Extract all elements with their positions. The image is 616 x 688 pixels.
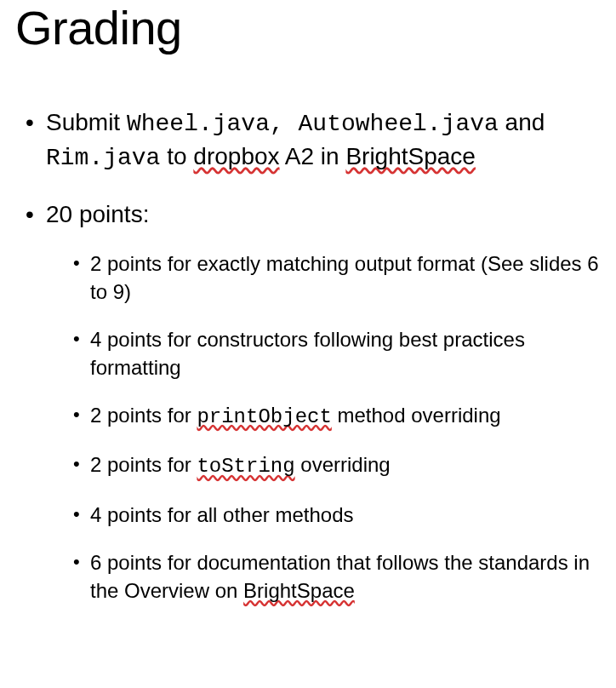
grading-list: Submit Wheel.java, Autowheel.java and Ri… — [15, 106, 601, 605]
list-item: 4 points for all other methods — [77, 502, 601, 529]
list-item: Submit Wheel.java, Autowheel.java and Ri… — [31, 106, 601, 175]
text: and — [499, 109, 545, 135]
list-item: 4 points for constructors following best… — [77, 326, 601, 381]
code-filename: Wheel.java, Autowheel.java — [127, 111, 499, 137]
text: 20 points: — [46, 201, 149, 227]
text: method overriding — [332, 404, 501, 427]
code-method: printObject — [197, 405, 331, 428]
text: Submit — [46, 109, 127, 135]
text: 4 points for constructors following best… — [90, 328, 525, 378]
list-item: 6 points for documentation that follows … — [77, 549, 601, 605]
text: A2 in — [280, 143, 346, 169]
spellcheck-word: BrightSpace — [345, 143, 476, 169]
text: 2 points for — [90, 404, 197, 427]
spellcheck-word: dropbox — [193, 143, 279, 169]
list-item: 2 points for exactly matching output for… — [77, 250, 601, 306]
points-breakdown-list: 2 points for exactly matching output for… — [46, 250, 601, 605]
text: 2 points for exactly matching output for… — [90, 252, 599, 302]
code-filename: Rim.java — [46, 145, 160, 171]
page-title: Grading — [15, 0, 601, 55]
text: overriding — [295, 453, 391, 476]
list-item: 2 points for toString overriding — [77, 451, 601, 480]
text: to — [160, 143, 193, 169]
list-item: 2 points for printObject method overridi… — [77, 402, 601, 431]
code-method: toString — [197, 455, 294, 478]
text: 2 points for — [90, 453, 197, 476]
list-item: 20 points: 2 points for exactly matching… — [31, 198, 601, 605]
text: 4 points for all other methods — [90, 503, 354, 526]
spellcheck-word: BrightSpace — [243, 579, 355, 602]
